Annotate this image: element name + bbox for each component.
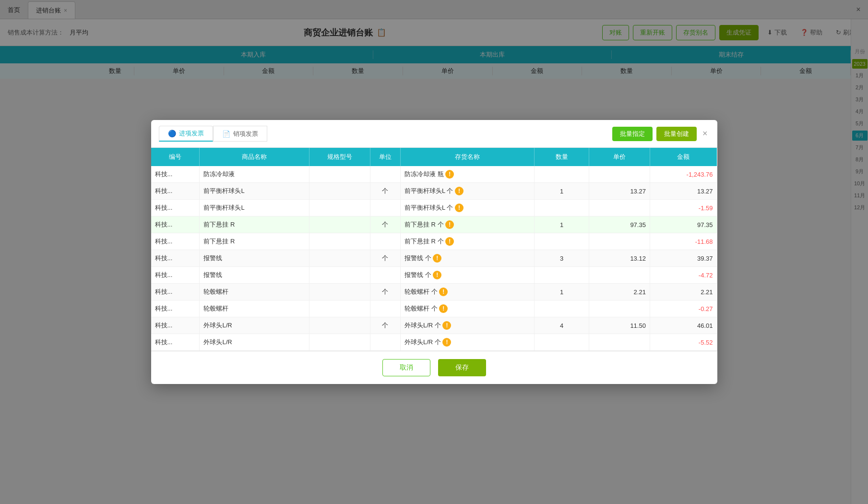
cell-name: 前平衡杆球头L (200, 200, 309, 216)
tab-inbound-invoice[interactable]: 🔵 进项发票 (159, 126, 213, 142)
table-row[interactable]: 科技... 轮毂螺杆 轮毂螺杆 个 ! -0.27 (151, 300, 717, 317)
col-inventory-header: 存货名称 (400, 148, 534, 166)
table-header-row: 编号 商品名称 规格型号 单位 存货名称 数量 单价 金额 (151, 148, 717, 166)
cell-unit: 个 (370, 317, 400, 334)
col-spec-header: 规格型号 (309, 148, 370, 166)
cell-qty: 3 (534, 250, 589, 267)
modal-actions: 批量指定 批量创建 × (612, 127, 710, 141)
cell-id: 科技... (151, 284, 200, 300)
cell-unit (370, 300, 400, 317)
batch-assign-button[interactable]: 批量指定 (612, 127, 653, 141)
cell-spec (309, 200, 370, 216)
warning-icon: ! (439, 288, 448, 296)
col-id-header: 编号 (151, 148, 200, 166)
cell-unit (370, 200, 400, 216)
cell-name: 前平衡杆球头L (200, 183, 309, 200)
table-row[interactable]: 科技... 前平衡杆球头L 个 前平衡杆球头L 个 ! 1 13.27 13.2… (151, 183, 717, 200)
table-row[interactable]: 科技... 报警线 报警线 个 ! -4.72 (151, 267, 717, 284)
batch-create-button[interactable]: 批量创建 (656, 127, 697, 141)
cell-amount: 97.35 (650, 216, 717, 233)
cell-spec (309, 250, 370, 267)
cell-amount: 13.27 (650, 183, 717, 200)
cell-inventory: 报警线 个 ! (400, 250, 534, 267)
cell-amount: -1.59 (650, 200, 717, 216)
cell-price (589, 334, 650, 351)
cell-inventory: 外球头L/R 个 ! (400, 334, 534, 351)
warning-icon: ! (433, 271, 441, 279)
cell-amount: 46.01 (650, 317, 717, 334)
cell-qty (534, 200, 589, 216)
cell-id: 科技... (151, 183, 200, 200)
cell-amount: -4.72 (650, 267, 717, 284)
table-row[interactable]: 科技... 报警线 个 报警线 个 ! 3 13.12 39.37 (151, 250, 717, 267)
cell-name: 轮毂螺杆 (200, 284, 309, 300)
warning-icon: ! (442, 338, 451, 347)
cell-inventory: 轮毂螺杆 个 ! (400, 300, 534, 317)
warning-icon: ! (455, 187, 464, 195)
cell-spec (309, 216, 370, 233)
cell-unit (370, 166, 400, 183)
table-row[interactable]: 科技... 外球头L/R 外球头L/R 个 ! -5.52 (151, 334, 717, 351)
cell-amount: -5.52 (650, 334, 717, 351)
cell-name: 防冻冷却液 (200, 166, 309, 183)
cell-inventory: 外球头L/R 个 ! (400, 317, 534, 334)
cell-unit: 个 (370, 216, 400, 233)
cell-inventory: 报警线 个 ! (400, 267, 534, 284)
cell-inventory: 前平衡杆球头L 个 ! (400, 200, 534, 216)
cell-qty (534, 233, 589, 250)
cell-price: 13.27 (589, 183, 650, 200)
cancel-button[interactable]: 取消 (382, 359, 430, 376)
cell-price: 2.21 (589, 284, 650, 300)
modal-header: 🔵 进项发票 📄 销项发票 批量指定 批量创建 × (151, 120, 717, 148)
col-amount-header: 金额 (650, 148, 717, 166)
tab-inbound-label: 进项发票 (179, 129, 204, 138)
cell-spec (309, 300, 370, 317)
cell-unit (370, 334, 400, 351)
warning-icon: ! (455, 204, 464, 212)
table-row[interactable]: 科技... 轮毂螺杆 个 轮毂螺杆 个 ! 1 2.21 2.21 (151, 284, 717, 300)
cell-spec (309, 334, 370, 351)
modal-close-button[interactable]: × (701, 129, 710, 139)
col-qty-header: 数量 (534, 148, 589, 166)
cell-unit: 个 (370, 183, 400, 200)
modal-table-container[interactable]: 编号 商品名称 规格型号 单位 存货名称 数量 单价 金额 科技... 防冻冷却… (151, 148, 717, 351)
table-row[interactable]: 科技... 前下悬挂 R 个 前下悬挂 R 个 ! 1 97.35 97.35 (151, 216, 717, 233)
cell-price: 11.50 (589, 317, 650, 334)
cell-name: 报警线 (200, 250, 309, 267)
table-row[interactable]: 科技... 前平衡杆球头L 前平衡杆球头L 个 ! -1.59 (151, 200, 717, 216)
invoice-table: 编号 商品名称 规格型号 单位 存货名称 数量 单价 金额 科技... 防冻冷却… (151, 148, 717, 351)
cell-name: 轮毂螺杆 (200, 300, 309, 317)
invoice-modal: 🔵 进项发票 📄 销项发票 批量指定 批量创建 × 编号 (151, 120, 717, 384)
cell-spec (309, 166, 370, 183)
cell-unit (370, 267, 400, 284)
cell-id: 科技... (151, 216, 200, 233)
cell-name: 前下悬挂 R (200, 233, 309, 250)
cell-inventory: 前下悬挂 R 个 ! (400, 233, 534, 250)
cell-price (589, 166, 650, 183)
cell-qty: 4 (534, 317, 589, 334)
cell-spec (309, 317, 370, 334)
col-name-header: 商品名称 (200, 148, 309, 166)
cell-spec (309, 267, 370, 284)
cell-qty: 1 (534, 183, 589, 200)
cell-name: 外球头L/R (200, 317, 309, 334)
cell-inventory: 前平衡杆球头L 个 ! (400, 183, 534, 200)
cell-unit (370, 233, 400, 250)
invoice-table-body: 科技... 防冻冷却液 防冻冷却液 瓶 ! -1,243.76 科技... 前平… (151, 166, 717, 351)
cell-id: 科技... (151, 200, 200, 216)
table-row[interactable]: 科技... 前下悬挂 R 前下悬挂 R 个 ! -11.68 (151, 233, 717, 250)
cell-price: 97.35 (589, 216, 650, 233)
table-row[interactable]: 科技... 外球头L/R 个 外球头L/R 个 ! 4 11.50 46.01 (151, 317, 717, 334)
cell-id: 科技... (151, 334, 200, 351)
save-button[interactable]: 保存 (438, 359, 486, 376)
cell-id: 科技... (151, 267, 200, 284)
table-row[interactable]: 科技... 防冻冷却液 防冻冷却液 瓶 ! -1,243.76 (151, 166, 717, 183)
cell-id: 科技... (151, 233, 200, 250)
cell-amount: -1,243.76 (650, 166, 717, 183)
tab-outbound-invoice[interactable]: 📄 销项发票 (213, 126, 267, 142)
cell-amount: 39.37 (650, 250, 717, 267)
cell-name: 报警线 (200, 267, 309, 284)
cell-spec (309, 183, 370, 200)
cell-qty (534, 300, 589, 317)
cell-amount: -11.68 (650, 233, 717, 250)
